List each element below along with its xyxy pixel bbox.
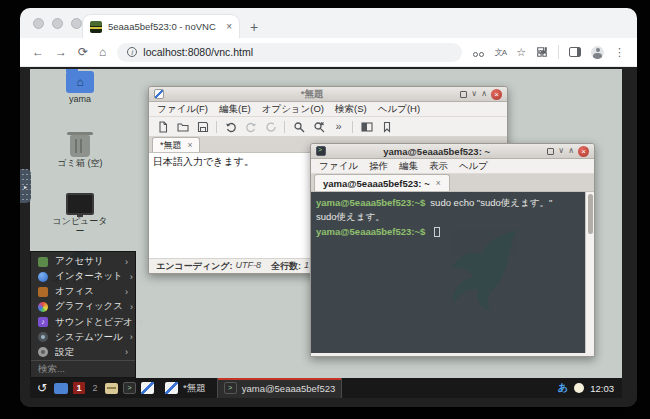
minimize-window-button[interactable] <box>52 18 63 29</box>
menu-view[interactable]: 表示 <box>429 160 448 173</box>
chevron-right-icon: › <box>125 257 128 267</box>
home-folder-icon <box>66 71 94 93</box>
url-text[interactable]: localhost:8080/vnc.html <box>143 46 253 58</box>
terminal-line: yama@5eaaa5bef523:~$sudo echo "sudo使えます。… <box>316 196 580 210</box>
menu-file[interactable]: ファイル <box>319 160 358 173</box>
editor-launcher-icon[interactable] <box>141 382 154 394</box>
close-icon[interactable]: × <box>578 146 589 157</box>
find-replace-icon[interactable] <box>312 120 325 133</box>
menu-actions[interactable]: 操作 <box>369 160 388 173</box>
workspace-1-button[interactable]: 1 <box>73 382 85 394</box>
minimize-icon[interactable]: ∨ <box>471 90 477 98</box>
terminal-scrollbar[interactable] <box>585 192 594 353</box>
taskbar-editor-button[interactable]: *無題 <box>159 378 212 398</box>
menu-file[interactable]: ファイル(F) <box>157 103 208 116</box>
browser-menu-icon[interactable]: ⋮ <box>614 46 625 59</box>
file-manager-launcher-icon[interactable] <box>105 383 118 394</box>
undo-icon[interactable] <box>224 120 237 133</box>
terminal-window-title: yama@5eaaa5bef523: ~ <box>330 146 543 157</box>
menu-item-office[interactable]: オフィス › <box>31 284 135 299</box>
taskbar-status-area: あ 12:03 <box>558 381 617 395</box>
clock[interactable]: 12:03 <box>590 383 614 394</box>
find-icon[interactable] <box>292 120 305 133</box>
browser-toolbar: ← → ⟳ ⌂ i localhost:8080/vnc.html 文A ☆ ⋮ <box>20 38 637 67</box>
save-file-icon[interactable] <box>196 120 209 133</box>
minimize-icon[interactable]: ∨ <box>558 147 564 155</box>
novnc-control-bar-handle[interactable]: ▸ <box>20 169 31 203</box>
applications-menu: アクセサリ › インターネット › オフィス › グラフィックス › <box>30 251 136 378</box>
show-desktop-button[interactable] <box>54 383 68 394</box>
close-icon[interactable]: × <box>491 89 502 100</box>
ime-indicator[interactable]: あ <box>558 381 568 395</box>
desktop-icon-home[interactable]: yama <box>52 71 108 105</box>
new-file-icon[interactable] <box>156 120 169 133</box>
shade-icon[interactable] <box>460 91 467 98</box>
workspace-2-button[interactable]: 2 <box>90 382 100 394</box>
zoom-window-button[interactable] <box>71 18 82 29</box>
bookmark-star-icon[interactable]: ☆ <box>516 46 526 59</box>
desktop-icon-computer[interactable]: コンピューター <box>52 193 108 237</box>
editor-tab[interactable]: *無題 × <box>152 137 200 152</box>
menu-search[interactable]: 検索(S) <box>335 103 367 116</box>
new-tab-button[interactable]: + <box>250 19 258 38</box>
site-info-icon[interactable]: i <box>127 47 137 57</box>
chevron-right-icon: › <box>125 287 128 297</box>
menu-item-system-tools[interactable]: システムツール › <box>31 330 135 345</box>
menu-options[interactable]: オプション(O) <box>262 103 324 116</box>
reload-button[interactable]: ⟳ <box>78 45 88 59</box>
revert-icon[interactable] <box>264 120 277 133</box>
accessories-icon <box>38 257 48 267</box>
chevron-right-icon: › <box>140 317 143 327</box>
profile-avatar[interactable] <box>591 46 604 59</box>
browser-tab[interactable]: 5eaaa5bef523:0 - noVNC × <box>82 14 240 38</box>
editor-toolbar: » <box>149 117 507 137</box>
menu-help[interactable]: ヘルプ(H) <box>378 103 420 116</box>
editor-title-bar[interactable]: *無題 ∨ ∧ × <box>149 87 507 102</box>
password-manager-icon[interactable] <box>473 43 485 61</box>
terminal-cursor <box>434 227 440 237</box>
terminal-tab[interactable]: yama@5eaaa5bef523: ~ × <box>314 174 450 191</box>
menu-help[interactable]: ヘルプ <box>459 160 488 173</box>
maximize-icon[interactable]: ∧ <box>568 147 574 155</box>
menu-edit[interactable]: 編集 <box>399 160 418 173</box>
taskbar-terminal-button[interactable]: > yama@5eaaa5bef523 <box>217 378 343 398</box>
close-window-button[interactable] <box>33 18 44 29</box>
side-panel-icon[interactable] <box>569 47 581 57</box>
forward-button[interactable]: → <box>55 45 67 59</box>
menu-search-row <box>31 360 135 377</box>
shade-icon[interactable] <box>547 148 554 155</box>
scrollbar-thumb[interactable] <box>588 194 593 234</box>
open-file-icon[interactable] <box>176 120 189 133</box>
extensions-puzzle-icon[interactable] <box>536 46 548 58</box>
computer-icon <box>66 193 94 215</box>
menu-item-graphics[interactable]: グラフィックス › <box>31 299 135 314</box>
address-bar[interactable]: i localhost:8080/vnc.html <box>117 43 461 62</box>
tab-close-icon[interactable]: × <box>436 178 441 188</box>
chevron-right-icon: › <box>130 302 133 312</box>
tab-close-icon[interactable]: × <box>226 21 232 32</box>
terminal-launcher-icon[interactable]: > <box>123 382 136 394</box>
desktop-icon-trash[interactable]: ゴミ箱 (空) <box>52 135 108 169</box>
notification-status-icon[interactable] <box>574 383 584 393</box>
vnc-desktop-canvas[interactable]: yama ゴミ箱 (空) コンピューター ネットワーク *無題 ∨ <box>30 69 622 398</box>
menu-edit[interactable]: 編集(E) <box>219 103 251 116</box>
terminal-output-area[interactable]: yama@5eaaa5bef523:~$sudo echo "sudo使えます。… <box>311 192 585 353</box>
maximize-icon[interactable]: ∧ <box>481 90 487 98</box>
menu-search-input[interactable] <box>38 363 128 374</box>
home-button[interactable]: ⌂ <box>99 45 106 59</box>
split-view-icon[interactable] <box>360 120 373 133</box>
browser-window: 5eaaa5bef523:0 - noVNC × + ← → ⟳ ⌂ i loc… <box>20 8 637 407</box>
tab-close-icon[interactable]: × <box>188 140 193 150</box>
system-tools-icon <box>38 332 48 342</box>
menu-item-sound-video[interactable]: ♪ サウンドとビデオ › <box>31 315 135 330</box>
terminal-title-bar[interactable]: yama@5eaaa5bef523: ~ ∨ ∧ × <box>311 144 594 159</box>
redo-icon[interactable] <box>244 120 257 133</box>
back-button[interactable]: ← <box>32 45 44 59</box>
menu-item-accessories[interactable]: アクセサリ › <box>31 254 135 269</box>
toolbar-overflow-icon[interactable]: » <box>332 120 345 133</box>
bookmark-icon[interactable] <box>380 120 393 133</box>
translate-icon[interactable]: 文A <box>495 47 506 58</box>
menu-item-internet[interactable]: インターネット › <box>31 269 135 284</box>
menu-item-settings[interactable]: 設定 › <box>31 345 135 360</box>
app-menu-button[interactable]: ↺ <box>35 381 49 395</box>
